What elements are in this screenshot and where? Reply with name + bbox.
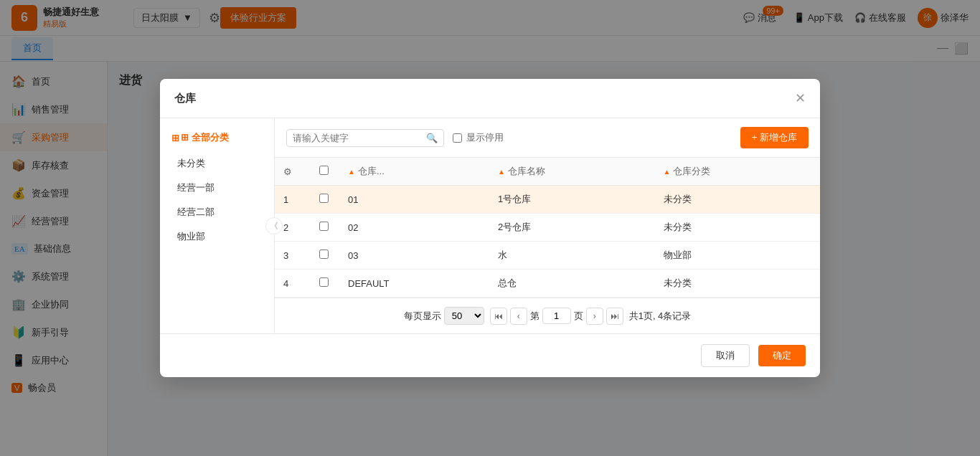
row-code: 02 [339, 214, 489, 242]
row-category: 未分类 [655, 186, 820, 214]
row-checkbox[interactable] [311, 186, 339, 214]
next-page-button[interactable]: › [586, 308, 603, 325]
modal-overlay: 仓库 ✕ ⊞ ⊞ 全部分类 未分类 经营一部 经营二部 物业部 《 [0, 0, 980, 456]
row-checkbox[interactable] [311, 214, 339, 242]
page-number-input[interactable] [542, 308, 571, 324]
show-disabled-label[interactable]: 显示停用 [453, 131, 504, 144]
row-code: 03 [339, 242, 489, 270]
row-code: DEFAULT [339, 270, 489, 298]
modal-close-button[interactable]: ✕ [795, 90, 806, 106]
row-index: 4 [275, 270, 311, 298]
row-index: 3 [275, 242, 311, 270]
search-box: 🔍 [286, 129, 444, 147]
table-area: 🔍 显示停用 + 新增仓库 ⚙ [275, 118, 820, 333]
modal-body: ⊞ ⊞ 全部分类 未分类 经营一部 经营二部 物业部 《 🔍 [160, 118, 820, 333]
row-name: 1号仓库 [489, 186, 654, 214]
select-all-checkbox[interactable] [319, 166, 329, 175]
warehouse-modal: 仓库 ✕ ⊞ ⊞ 全部分类 未分类 经营一部 经营二部 物业部 《 [160, 79, 820, 377]
table-toolbar: 🔍 显示停用 + 新增仓库 [275, 118, 820, 158]
table-row[interactable]: 3 03 水 物业部 [275, 242, 820, 270]
col-gear: ⚙ [275, 158, 311, 186]
per-page-select: 每页显示 50 100 200 [404, 307, 484, 325]
category-item-dept1[interactable]: 经营一部 [160, 176, 274, 200]
modal-title: 仓库 [174, 92, 196, 105]
col-checkbox [311, 158, 339, 186]
row-checkbox[interactable] [311, 270, 339, 298]
total-info: 共1页, 4条记录 [629, 310, 692, 323]
show-disabled-checkbox[interactable] [453, 133, 462, 143]
table-row[interactable]: 2 02 2号仓库 未分类 [275, 214, 820, 242]
search-input[interactable] [293, 133, 422, 143]
row-category: 物业部 [655, 242, 820, 270]
data-table: ⚙ ▲仓库... ▲仓库名称 ▲仓库分类 1 01 [275, 158, 820, 298]
last-page-button[interactable]: ⏭ [606, 308, 623, 325]
search-icon[interactable]: 🔍 [426, 133, 438, 143]
add-warehouse-button[interactable]: + 新增仓库 [740, 127, 809, 148]
per-page-dropdown[interactable]: 50 100 200 [444, 307, 484, 325]
table-header-row: ⚙ ▲仓库... ▲仓库名称 ▲仓库分类 [275, 158, 820, 186]
table-row[interactable]: 1 01 1号仓库 未分类 [275, 186, 820, 214]
row-checkbox[interactable] [311, 242, 339, 270]
pagination: 每页显示 50 100 200 ⏮ ‹ 第 页 › [275, 298, 820, 333]
row-name: 总仓 [489, 270, 654, 298]
category-item-dept2[interactable]: 经营二部 [160, 200, 274, 224]
page-navigation: ⏮ ‹ 第 页 › ⏭ [490, 308, 623, 325]
first-page-button[interactable]: ⏮ [490, 308, 507, 325]
row-category: 未分类 [655, 214, 820, 242]
row-name: 2号仓库 [489, 214, 654, 242]
table-row[interactable]: 4 DEFAULT 总仓 未分类 [275, 270, 820, 298]
cancel-button[interactable]: 取消 [701, 344, 750, 367]
grid-icon: ⊞ [171, 133, 179, 143]
row-name: 水 [489, 242, 654, 270]
row-category: 未分类 [655, 270, 820, 298]
col-code: ▲仓库... [339, 158, 489, 186]
col-name: ▲仓库名称 [489, 158, 654, 186]
col-category: ▲仓库分类 [655, 158, 820, 186]
category-all[interactable]: ⊞ ⊞ 全部分类 [160, 124, 274, 151]
category-sidebar: ⊞ ⊞ 全部分类 未分类 经营一部 经营二部 物业部 《 [160, 118, 275, 333]
modal-header: 仓库 ✕ [160, 79, 820, 118]
collapse-sidebar-button[interactable]: 《 [265, 217, 283, 234]
category-item-unclassified[interactable]: 未分类 [160, 151, 274, 176]
category-item-property[interactable]: 物业部 [160, 224, 274, 249]
confirm-button[interactable]: 确定 [758, 345, 806, 366]
modal-footer: 取消 确定 [160, 333, 820, 377]
row-code: 01 [339, 186, 489, 214]
prev-page-button[interactable]: ‹ [510, 308, 527, 325]
row-index: 1 [275, 186, 311, 214]
